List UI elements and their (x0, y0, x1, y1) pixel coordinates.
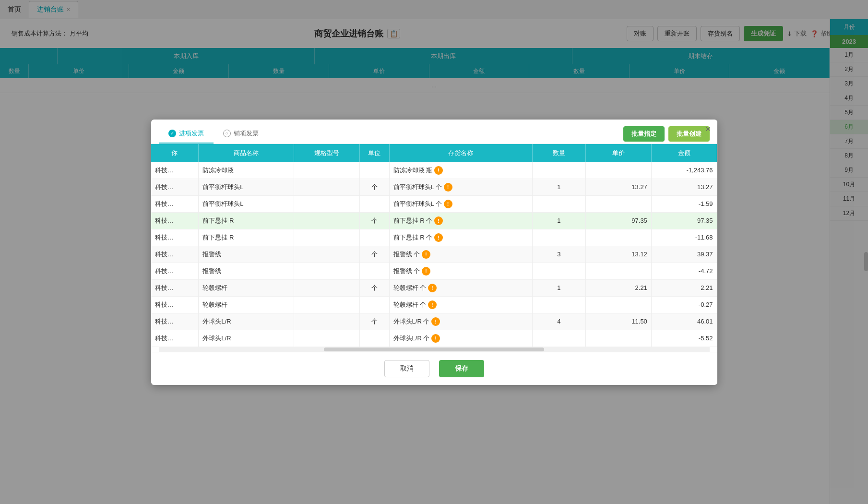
horizontal-scrollbar[interactable] (159, 347, 710, 352)
col-header-7: 金额 (651, 144, 717, 162)
warning-icon: ! (431, 317, 440, 326)
table-row[interactable]: 科技… 防冻冷却液 防冻冷却液 瓶 ! -1,243.76 (151, 162, 717, 179)
cell-unit (359, 229, 389, 246)
cell-unit (359, 330, 389, 347)
tab-incoming-invoice[interactable]: ✓ 进项发票 (159, 124, 214, 144)
warning-icon: ! (422, 267, 430, 276)
incoming-tab-icon: ✓ (168, 130, 176, 137)
cell-company: 科技… (151, 279, 199, 296)
col-header-4: 存货名称 (389, 144, 532, 162)
cell-unit (359, 296, 389, 313)
cell-unit: 个 (359, 246, 389, 263)
cell-product-name: 轮毂螺杆 (199, 296, 294, 313)
dialog-close-button[interactable]: × (705, 124, 711, 134)
table-header-row: 你 商品名称 规格型号 单位 存货名称 数量 单价 金额 (151, 144, 717, 162)
warning-icon: ! (431, 334, 440, 343)
save-button[interactable]: 保存 (439, 360, 484, 377)
cell-amount: 39.37 (651, 246, 717, 263)
cell-price (586, 162, 652, 179)
cell-company: 科技… (151, 195, 199, 212)
warning-icon: ! (434, 233, 443, 242)
cell-quantity: 3 (532, 246, 586, 263)
h-scrollbar-thumb (324, 348, 544, 351)
table-row[interactable]: 科技… 外球头L/R 外球头L/R 个 ! -5.52 (151, 330, 717, 347)
warning-icon: ! (444, 183, 452, 192)
table-row[interactable]: 科技… 前平衡杆球头L 前平衡杆球头L 个 ! -1.59 (151, 195, 717, 212)
cell-spec (294, 330, 359, 347)
cell-quantity (532, 330, 586, 347)
cell-unit: 个 (359, 279, 389, 296)
cell-spec (294, 246, 359, 263)
table-row[interactable]: 科技… 外球头L/R 个 外球头L/R 个 ! 4 11.50 46.01 (151, 313, 717, 330)
cell-spec (294, 179, 359, 195)
col-header-6: 单价 (586, 144, 652, 162)
cell-inventory-name: 轮毂螺杆 个 ! (389, 279, 532, 296)
cell-unit: 个 (359, 313, 389, 330)
cell-spec (294, 195, 359, 212)
table-row[interactable]: 科技… 报警线 报警线 个 ! -4.72 (151, 263, 717, 279)
cell-company: 科技… (151, 330, 199, 347)
table-row[interactable]: 科技… 轮毂螺杆 轮毂螺杆 个 ! -0.27 (151, 296, 717, 313)
cell-quantity (532, 195, 586, 212)
dialog-batch-actions: 批量指定 批量创建 (623, 126, 710, 142)
col-header-3: 单位 (359, 144, 389, 162)
cell-inventory-name: 前下悬挂 R 个 ! (389, 229, 532, 246)
dialog: ✓ 进项发票 ○ 销项发票 批量指定 批量创建 × (151, 120, 717, 385)
table-row[interactable]: 科技… 轮毂螺杆 个 轮毂螺杆 个 ! 1 2.21 2.21 (151, 279, 717, 296)
cell-product-name: 前下悬挂 R (199, 212, 294, 229)
cell-quantity: 1 (532, 212, 586, 229)
warning-icon: ! (428, 300, 437, 309)
col-header-2: 规格型号 (294, 144, 359, 162)
tab-outgoing-invoice[interactable]: ○ 销项发票 (214, 124, 268, 144)
table-row[interactable]: 科技… 前下悬挂 R 前下悬挂 R 个 ! -11.68 (151, 229, 717, 246)
cell-company: 科技… (151, 246, 199, 263)
col-header-0: 你 (151, 144, 199, 162)
invoice-table: 你 商品名称 规格型号 单位 存货名称 数量 单价 金额 科技… 防冻冷却液 (151, 144, 717, 347)
cell-spec (294, 212, 359, 229)
cell-quantity: 1 (532, 179, 586, 195)
outgoing-tab-icon: ○ (223, 130, 231, 137)
cell-price (586, 330, 652, 347)
cell-product-name: 外球头L/R (199, 313, 294, 330)
cancel-button[interactable]: 取消 (384, 360, 429, 377)
cell-quantity: 4 (532, 313, 586, 330)
cell-product-name: 报警线 (199, 263, 294, 279)
cell-amount: -1.59 (651, 195, 717, 212)
cell-inventory-name: 外球头L/R 个 ! (389, 313, 532, 330)
cell-unit (359, 195, 389, 212)
cell-quantity (532, 229, 586, 246)
cell-price: 13.27 (586, 179, 652, 195)
cell-company: 科技… (151, 263, 199, 279)
table-row[interactable]: 科技… 前平衡杆球头L 个 前平衡杆球头L 个 ! 1 13.27 13.27 (151, 179, 717, 195)
table-row[interactable]: 科技… 报警线 个 报警线 个 ! 3 13.12 39.37 (151, 246, 717, 263)
cell-amount: 13.27 (651, 179, 717, 195)
dialog-table[interactable]: 你 商品名称 规格型号 单位 存货名称 数量 单价 金额 科技… 防冻冷却液 (151, 144, 717, 347)
cell-spec (294, 162, 359, 179)
cell-amount: -1,243.76 (651, 162, 717, 179)
page-wrapper: 首页 进销台账 × ✕ 销售成本计算方法： 月平均 商贸企业进销台账 📋 对账 … (0, 0, 868, 504)
cell-unit: 个 (359, 212, 389, 229)
cell-spec (294, 263, 359, 279)
cell-inventory-name: 前下悬挂 R 个 ! (389, 212, 532, 229)
batch-designate-button[interactable]: 批量指定 (623, 126, 665, 142)
cell-quantity (532, 263, 586, 279)
table-row[interactable]: 科技… 前下悬挂 R 个 前下悬挂 R 个 ! 1 97.35 97.35 (151, 212, 717, 229)
cell-spec (294, 279, 359, 296)
modal-overlay: ✓ 进项发票 ○ 销项发票 批量指定 批量创建 × (0, 0, 868, 504)
cell-quantity (532, 162, 586, 179)
warning-icon: ! (434, 216, 443, 225)
cell-amount: -11.68 (651, 229, 717, 246)
cell-price (586, 296, 652, 313)
cell-price: 97.35 (586, 212, 652, 229)
cell-company: 科技… (151, 179, 199, 195)
cell-price (586, 195, 652, 212)
cell-price: 13.12 (586, 246, 652, 263)
cell-amount: -0.27 (651, 296, 717, 313)
cell-inventory-name: 报警线 个 ! (389, 246, 532, 263)
cell-spec (294, 313, 359, 330)
cell-inventory-name: 前平衡杆球头L 个 ! (389, 195, 532, 212)
cell-inventory-name: 外球头L/R 个 ! (389, 330, 532, 347)
warning-icon: ! (434, 166, 443, 175)
batch-create-button[interactable]: 批量创建 (668, 126, 710, 142)
cell-amount: 2.21 (651, 279, 717, 296)
